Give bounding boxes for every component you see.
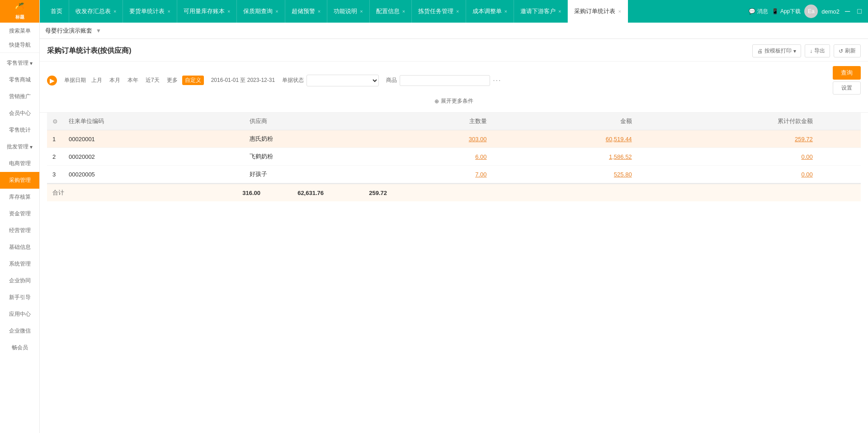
tab-label: 成本调整单	[472, 7, 502, 15]
column-settings-icon[interactable]: ⚙	[52, 118, 58, 125]
sidebar-item-member[interactable]: 会员中心	[0, 105, 39, 122]
sidebar-item-label: 营销推广	[9, 93, 31, 100]
tab-pick-task[interactable]: 拣货任务管理 ×	[412, 0, 466, 23]
sidebar-item-retail[interactable]: 零售管理 ▾	[0, 55, 39, 71]
filter-area: ▶ 单据日期 上月 本月 本年 近7天 更多 自定义 2016-01-01 至 …	[40, 62, 868, 113]
tab-close-icon[interactable]: ×	[505, 9, 507, 14]
amount-cell: 60,519.44	[492, 130, 637, 148]
status-filter: 单据状态	[282, 75, 379, 86]
refresh-button[interactable]: ↺ 刷新	[834, 44, 861, 57]
sidebar-item-member2[interactable]: 畅会员	[0, 339, 39, 356]
header-actions: 🖨 按模板打印 ▾ ↓ 导出 ↺ 刷新	[752, 44, 861, 57]
shortcut-7days[interactable]: 近7天	[143, 76, 162, 85]
search-button[interactable]: 查询	[833, 66, 861, 80]
sidebar-item-purchase[interactable]: 采购管理	[0, 172, 39, 189]
sidebar-item-wechat[interactable]: 企业微信	[0, 323, 39, 339]
sidebar-item-ops[interactable]: 经营管理	[0, 222, 39, 239]
tab-purchase-order-stats[interactable]: 采购订单统计表 ×	[568, 0, 627, 23]
tab-function-desc[interactable]: 功能说明 ×	[327, 0, 369, 23]
unit-code-cell: 00020001	[63, 130, 244, 148]
row-num: 1	[47, 130, 63, 148]
sidebar-item-system[interactable]: 系统管理	[0, 256, 39, 272]
page-header: 采购订单统计表(按供应商) 🖨 按模板打印 ▾ ↓ 导出 ↺ 刷新	[40, 39, 868, 62]
tab-close-icon[interactable]: ×	[227, 9, 230, 14]
status-label: 单据状态	[282, 76, 304, 84]
goods-input[interactable]	[400, 75, 490, 86]
shortcut-more[interactable]: 更多	[164, 76, 180, 85]
tab-label: 保质期查询	[243, 7, 273, 15]
supplier-cell: 飞鹤奶粉	[244, 148, 379, 166]
tab-invite-downstream[interactable]: 邀请下游客户 ×	[514, 0, 568, 23]
sidebar-item-newbie[interactable]: 新手引导	[0, 289, 39, 306]
sidebar-item-inventory[interactable]: 库存核算	[0, 189, 39, 205]
tab-close-icon[interactable]: ×	[113, 9, 116, 14]
tab-order-stats[interactable]: 要货单统计表 ×	[123, 0, 177, 23]
maximize-button[interactable]: □	[855, 5, 863, 17]
tab-close-icon[interactable]: ×	[456, 9, 459, 14]
sidebar-item-finance[interactable]: 资金管理	[0, 205, 39, 222]
sidebar-search[interactable]: 搜索菜单	[0, 23, 39, 38]
date-filter: 单据日期 上月 本月 本年 近7天 更多 自定义	[64, 76, 204, 85]
expand-more-button[interactable]: ⊕ 展开更多条件	[434, 97, 473, 105]
tab-close-icon[interactable]: ×	[402, 9, 405, 14]
tab-close-icon[interactable]: ×	[618, 9, 621, 14]
sidebar-item-label: 批发管理	[7, 143, 28, 151]
sidebar-item-label: 会员中心	[9, 109, 31, 117]
tab-close-icon[interactable]: ×	[360, 9, 363, 14]
tab-label: 收发存汇总表	[75, 7, 111, 15]
sidebar-item-retail-stats[interactable]: 零售统计	[0, 122, 39, 138]
th-qty: 主数量	[379, 113, 492, 130]
tab-close-icon[interactable]: ×	[167, 9, 170, 14]
refresh-icon: ↺	[839, 48, 843, 54]
sidebar-item-corp[interactable]: 企业协同	[0, 272, 39, 289]
settings-button[interactable]: 设置	[833, 81, 861, 95]
table-row[interactable]: 3 00020005 好孩子 7.00 525.80 0.00	[47, 166, 861, 183]
sidebar-item-wholesale[interactable]: 批发管理 ▾	[0, 138, 39, 155]
logo-icon: 🍊	[14, 2, 25, 13]
quick-nav[interactable]: 快捷导航	[0, 38, 39, 51]
shortcut-this-year[interactable]: 本年	[125, 76, 141, 85]
table-row[interactable]: 1 00020001 惠氏奶粉 303.00 60,519.44 259.72	[47, 130, 861, 148]
message-button[interactable]: 💬 消息	[749, 8, 768, 15]
sidebar-item-marketing[interactable]: 营销推广	[0, 88, 39, 105]
sidebar-item-label: 企业协同	[9, 277, 31, 285]
refresh-label: 刷新	[845, 47, 856, 55]
sidebar-item-label: 资金管理	[9, 210, 31, 218]
chevron-down-icon: ▾	[793, 48, 796, 54]
minimize-button[interactable]: ─	[843, 5, 852, 17]
tab-cost-adjust[interactable]: 成本调整单 ×	[466, 0, 514, 23]
account-label: 母婴行业演示账套	[45, 27, 92, 35]
shortcut-this-month[interactable]: 本月	[107, 76, 123, 85]
sidebar-item-ecommerce[interactable]: 电商管理	[0, 155, 39, 172]
tab-config-info[interactable]: 配置信息 ×	[370, 0, 412, 23]
table-row[interactable]: 2 00020002 飞鹤奶粉 6.00 1,586.52 0.00	[47, 148, 861, 166]
more-options-icon[interactable]: ···	[493, 76, 501, 85]
tab-expiry-query[interactable]: 保质期查询 ×	[237, 0, 285, 23]
tab-overstock-alert[interactable]: 超储预警 ×	[285, 0, 327, 23]
tab-close-icon[interactable]: ×	[558, 9, 561, 14]
tab-close-icon[interactable]: ×	[275, 9, 278, 14]
table-header: ⚙ 往来单位编码 供应商 主数量 金额 累计付款金额	[47, 113, 861, 130]
tab-available-stock[interactable]: 可用量库存账本 ×	[177, 0, 237, 23]
template-print-button[interactable]: 🖨 按模板打印 ▾	[752, 44, 801, 57]
tab-receive-summary[interactable]: 收发存汇总表 ×	[69, 0, 123, 23]
sidebar-item-label: 电商管理	[9, 160, 31, 167]
tab-home[interactable]: 首页	[44, 0, 69, 23]
page-title: 采购订单统计表(按供应商)	[47, 46, 132, 56]
dropdown-arrow-icon[interactable]: ▼	[96, 28, 101, 34]
sidebar-item-retail-shop[interactable]: 零售商城	[0, 71, 39, 88]
sidebar-item-basic[interactable]: 基础信息	[0, 239, 39, 256]
app-download-button[interactable]: 📱 App下载	[772, 8, 801, 15]
unit-code-cell: 00020002	[63, 148, 244, 166]
shortcut-last-month[interactable]: 上月	[89, 76, 105, 85]
tab-close-icon[interactable]: ×	[318, 9, 321, 14]
sidebar-item-apps[interactable]: 应用中心	[0, 306, 39, 323]
username[interactable]: demo2	[821, 8, 840, 15]
user-avatar[interactable]: Ea	[804, 5, 818, 18]
export-button[interactable]: ↓ 导出	[805, 44, 830, 57]
footer-paid: 259.72	[333, 190, 387, 196]
sidebar: 🍊 标题 搜索菜单 快捷导航 零售管理 ▾ 零售商城 营销推广 会员中心 零售统…	[0, 0, 40, 433]
status-select[interactable]	[307, 75, 379, 86]
expand-arrow-button[interactable]: ▶	[47, 76, 57, 86]
shortcut-custom[interactable]: 自定义	[182, 76, 204, 85]
